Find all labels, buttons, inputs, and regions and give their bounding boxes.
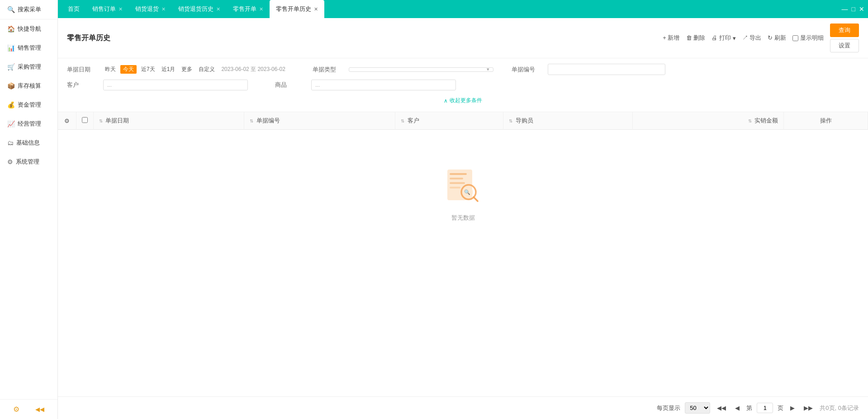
sidebar-item-label: 快捷导航	[18, 25, 41, 33]
sidebar-item-label: 基础信息	[16, 139, 40, 147]
sidebar-item-operations[interactable]: 📈 经营管理	[0, 114, 57, 133]
empty-state: 🔍 暂无数据	[58, 130, 868, 258]
sidebar-item-finance[interactable]: 💰 资金管理	[0, 95, 57, 114]
display-col-checkbox[interactable]	[792, 35, 798, 41]
last-page-btn[interactable]: ▶▶	[802, 404, 815, 412]
page-size-label: 每页显示	[657, 404, 680, 412]
date-btn-today[interactable]: 今天	[120, 65, 137, 74]
sidebar-item-inventory[interactable]: 📦 库存核算	[0, 76, 57, 95]
home-icon: 🏠	[7, 25, 15, 33]
date-btn-custom[interactable]: 自定义	[197, 65, 217, 74]
th-date[interactable]: ⇅ 单据日期	[93, 112, 244, 130]
tab-sales-return-history[interactable]: 销货退货历史 ✕	[172, 0, 227, 18]
table-container: ⚙ ⇅ 单据日期 ⇅ 单据编号 ⇅ 客户	[58, 112, 868, 396]
sidebar-item-quick-nav[interactable]: 🏠 快捷导航	[0, 19, 57, 38]
close-btn[interactable]: ✕	[859, 5, 864, 13]
tab-retail-open-history-label: 零售开单历史	[276, 5, 311, 13]
sort-no-icon: ⇅	[250, 118, 253, 123]
tabs-bar: 首页 销售订单 ✕ 销货退货 ✕ 销货退货历史 ✕ 零售开单 ✕ 零售开单历史 …	[58, 0, 868, 18]
sidebar-item-label: 销售管理	[18, 44, 41, 52]
display-col-checkbox-label[interactable]: 显示明细	[792, 34, 824, 42]
doc-type-chevron-icon: ▾	[487, 66, 489, 72]
collapse-label: 收起更多条件	[450, 97, 482, 104]
tab-sales-order[interactable]: 销售订单 ✕	[86, 0, 129, 18]
th-check[interactable]	[76, 112, 93, 130]
maximize-btn[interactable]: □	[852, 5, 855, 13]
th-no[interactable]: ⇅ 单据编号	[244, 112, 395, 130]
next-page-btn[interactable]: ▶	[788, 404, 797, 412]
search-icon: 🔍	[7, 6, 15, 13]
tab-retail-open-close[interactable]: ✕	[259, 6, 263, 12]
tab-retail-open[interactable]: 零售开单 ✕	[227, 0, 270, 18]
collapse-sidebar-icon[interactable]: ◀◀	[35, 406, 44, 413]
refresh-button[interactable]: ↻ 刷新	[768, 34, 786, 42]
sort-customer-icon: ⇅	[401, 118, 404, 123]
minimize-btn[interactable]: —	[842, 5, 848, 13]
add-button[interactable]: + 新增	[663, 34, 679, 42]
date-btn-more[interactable]: 更多	[180, 65, 194, 74]
tab-retail-open-history[interactable]: 零售开单历史 ✕	[270, 0, 324, 18]
tab-home-label: 首页	[68, 5, 80, 13]
customer-filter-label: 客户	[67, 81, 94, 89]
th-amount[interactable]: ⇅ 实销金额	[633, 112, 784, 130]
empty-text: 暂无数据	[451, 214, 475, 222]
customer-input-wrapper[interactable]: ...	[103, 80, 248, 90]
delete-button[interactable]: 🗑 删除	[686, 34, 706, 42]
date-btn-last-month[interactable]: 近1月	[160, 65, 177, 74]
sidebar-item-purchase-mgmt[interactable]: 🛒 采购管理	[0, 57, 57, 76]
window-controls: — □ ✕	[842, 5, 864, 13]
filter-row-2: 客户 ... 商品 ...	[67, 80, 859, 90]
content-area: 零售开单历史 + 新增 🗑 删除 🖨 打印 ▾ ↗ 导出 ↻ 刷新 显示明细 查…	[58, 18, 868, 419]
gear-icon: ⚙	[7, 158, 13, 165]
sidebar-search[interactable]: 🔍 搜索采单	[0, 0, 57, 19]
date-btn-last7[interactable]: 近7天	[139, 65, 157, 74]
sidebar: 🔍 搜索采单 🏠 快捷导航 📊 销售管理 🛒 采购管理 📦 库存核算 💰 资金管…	[0, 0, 58, 419]
print-button[interactable]: 🖨 打印 ▾	[711, 34, 736, 42]
setting-button[interactable]: 设置	[830, 39, 859, 52]
tab-sales-return-close[interactable]: ✕	[161, 6, 166, 12]
tab-home[interactable]: 首页	[62, 0, 86, 18]
data-table: ⚙ ⇅ 单据日期 ⇅ 单据编号 ⇅ 客户	[58, 112, 868, 130]
goods-dots: ...	[315, 82, 320, 88]
th-guide[interactable]: ⇅ 导购员	[503, 112, 633, 130]
sidebar-item-basic-info[interactable]: 🗂 基础信息	[0, 133, 57, 152]
tab-sales-order-close[interactable]: ✕	[119, 6, 123, 12]
query-button[interactable]: 查询	[830, 24, 859, 37]
collapse-up-icon: ∧	[444, 98, 448, 104]
chart-icon: 📊	[7, 44, 15, 52]
goods-input-wrapper[interactable]: ...	[311, 80, 456, 90]
empty-icon: 🔍	[441, 166, 486, 207]
export-button[interactable]: ↗ 导出	[742, 34, 762, 42]
page-size-select[interactable]: 10 20 50 100	[685, 402, 710, 414]
svg-rect-1	[450, 173, 467, 175]
folder-icon: 🗂	[7, 139, 14, 146]
pagination: 每页显示 10 20 50 100 ◀◀ ◀ 第 页 ▶ ▶▶ 共0页, 0条记…	[58, 396, 868, 419]
filter-date-btns: 昨天 今天 近7天 近1月 更多 自定义 2023-06-02 至 2023-0…	[103, 65, 285, 74]
tab-sales-return[interactable]: 销货退货 ✕	[129, 0, 172, 18]
sidebar-bottom: ⚙ ◀◀	[0, 399, 57, 419]
select-all-checkbox[interactable]	[82, 117, 88, 123]
sidebar-item-label: 经营管理	[18, 120, 41, 128]
display-col-label: 显示明细	[800, 34, 824, 42]
date-btn-yesterday[interactable]: 昨天	[103, 65, 118, 74]
query-setting-group: 查询 设置	[830, 24, 859, 52]
page-input[interactable]	[757, 403, 773, 413]
page-suffix-label: 页	[778, 404, 783, 412]
collapse-more-btn[interactable]: ∧ 收起更多条件	[67, 95, 859, 106]
sort-guide-icon: ⇅	[509, 118, 512, 123]
settings-bottom-icon[interactable]: ⚙	[13, 405, 19, 414]
tab-sales-return-history-close[interactable]: ✕	[216, 6, 220, 12]
first-page-btn[interactable]: ◀◀	[715, 404, 728, 412]
doc-type-select[interactable]: ▾	[349, 67, 493, 72]
prev-page-btn[interactable]: ◀	[733, 404, 742, 412]
total-info: 共0页, 0条记录	[820, 404, 859, 412]
th-customer[interactable]: ⇅ 客户	[395, 112, 503, 130]
trending-icon: 📈	[7, 120, 15, 127]
doc-no-input[interactable]	[548, 64, 665, 75]
th-customer-label: 客户	[408, 117, 419, 124]
sidebar-item-sys-mgmt[interactable]: ⚙ 系统管理	[0, 152, 57, 171]
sidebar-item-sales-mgmt[interactable]: 📊 销售管理	[0, 38, 57, 57]
th-settings[interactable]: ⚙	[58, 112, 76, 130]
tab-retail-open-history-close[interactable]: ✕	[314, 6, 318, 12]
goods-filter-label: 商品	[275, 81, 302, 89]
